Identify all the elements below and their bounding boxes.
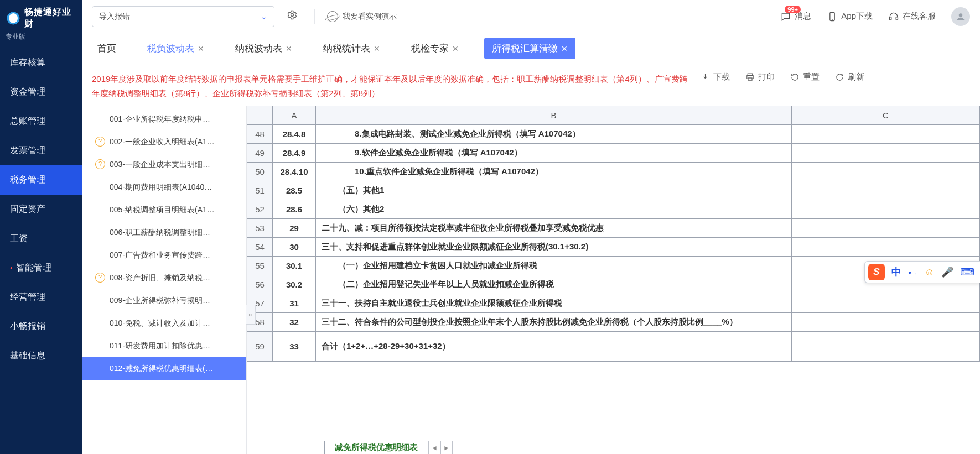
row-number[interactable]: 50 — [247, 163, 273, 181]
row-number[interactable]: 55 — [247, 257, 273, 275]
cell-A[interactable]: 30 — [273, 238, 316, 257]
form-list-item-4[interactable]: 005-纳税调整项目明细表(A1… — [82, 199, 246, 221]
cell-A[interactable]: 28.4.9 — [273, 144, 316, 163]
row-number[interactable]: 56 — [247, 275, 273, 294]
form-list-item-3[interactable]: 004-期间费用明细表(A1040… — [82, 176, 246, 199]
refresh-button[interactable]: 刷新 — [835, 72, 864, 82]
demo-link[interactable]: 我要看实例演示 — [327, 11, 397, 22]
sidebar-item-7[interactable]: 智能管理 — [0, 253, 82, 283]
form-list-item-9[interactable]: 010-免税、减计收入及加计… — [82, 312, 246, 335]
cell-B[interactable]: 二十九、减：项目所得额按法定税率减半征收企业所得税叠加享受减免税优惠 — [316, 219, 792, 238]
close-icon[interactable]: ✕ — [561, 44, 568, 53]
cell-B[interactable]: 合计（1+2+…+28-29+30+31+32） — [316, 332, 792, 362]
cell-A[interactable]: 31 — [273, 294, 316, 313]
cell-C[interactable] — [792, 238, 980, 257]
form-list-item-7[interactable]: 008-资产折旧、摊销及纳税… — [82, 267, 246, 289]
tab-4[interactable]: 税检专家✕ — [406, 39, 464, 58]
form-list-item-10[interactable]: 011-研发费用加计扣除优惠… — [82, 335, 246, 357]
row-number[interactable]: 59 — [247, 332, 273, 362]
sidebar-item-8[interactable]: 经营管理 — [0, 283, 82, 312]
cell-B[interactable]: （六）其他2 — [316, 200, 792, 219]
ime-punct-icon[interactable]: ● , — [908, 269, 918, 275]
cell-C[interactable] — [792, 125, 980, 144]
col-header-C[interactable]: C — [792, 106, 980, 125]
cell-A[interactable]: 28.6 — [273, 200, 316, 219]
cell-C[interactable] — [792, 181, 980, 200]
cell-A[interactable]: 29 — [273, 219, 316, 238]
ime-keyboard-icon[interactable]: ⌨ — [960, 266, 974, 278]
cell-A[interactable]: 32 — [273, 313, 316, 332]
cell-B[interactable]: 三十、支持和促进重点群体创业就业企业限额减征企业所得税(30.1+30.2) — [316, 238, 792, 257]
cell-A[interactable]: 28.4.8 — [273, 125, 316, 144]
col-header-B[interactable]: B — [316, 106, 792, 125]
row-number[interactable]: 53 — [247, 219, 273, 238]
sidebar-item-4[interactable]: 税务管理 — [0, 165, 82, 195]
cell-A[interactable]: 28.5 — [273, 181, 316, 200]
tab-1[interactable]: 税负波动表✕ — [142, 39, 210, 58]
cell-C[interactable] — [792, 313, 980, 332]
sidebar-item-5[interactable]: 固定资产 — [0, 195, 82, 224]
sheet-scroll-left[interactable]: ◄ — [428, 441, 440, 454]
sidebar-item-2[interactable]: 总账管理 — [0, 107, 82, 136]
form-list-item-11[interactable]: 012-减免所得税优惠明细表(… — [82, 357, 246, 380]
cell-B[interactable]: （一）企业招用建档立卡贫困人口就业扣减企业所得税 — [316, 257, 792, 275]
form-list-item-1[interactable]: 002-一般企业收入明细表(A1… — [82, 131, 246, 153]
sidebar-item-0[interactable]: 库存核算 — [0, 48, 82, 77]
cell-B[interactable]: 三十二、符合条件的公司型创投企业按照企业年末个人股东持股比例减免企业所得税（个人… — [316, 313, 792, 332]
sidebar-item-1[interactable]: 资金管理 — [0, 77, 82, 107]
tab-5[interactable]: 所得税汇算清缴✕ — [484, 38, 575, 59]
close-icon[interactable]: ✕ — [286, 44, 292, 53]
form-list-item-0[interactable]: 001-企业所得税年度纳税申… — [82, 108, 246, 131]
cell-B[interactable]: （五）其他1 — [316, 181, 792, 200]
sheet-scroll-right[interactable]: ► — [440, 441, 453, 454]
cell-A[interactable]: 30.2 — [273, 275, 316, 294]
row-number[interactable]: 48 — [247, 125, 273, 144]
cell-B[interactable]: 9.软件企业减免企业所得税（填写 A107042） — [316, 144, 792, 163]
cell-C[interactable] — [792, 332, 980, 362]
cell-C[interactable] — [792, 200, 980, 219]
cell-B[interactable]: （二）企业招用登记失业半年以上人员就业扣减企业所得税 — [316, 275, 792, 294]
cell-C[interactable] — [792, 144, 980, 163]
ime-mic-icon[interactable]: 🎤 — [941, 266, 953, 278]
ime-lang[interactable]: 中 — [891, 265, 901, 279]
form-list-item-6[interactable]: 007-广告费和业务宣传费跨… — [82, 244, 246, 267]
ime-toolbar[interactable]: S 中 ● , ☺ 🎤 ⌨ — [864, 261, 980, 283]
messages-button[interactable]: 99+ 消息 — [780, 11, 811, 22]
row-number[interactable]: 52 — [247, 200, 273, 219]
form-list-item-5[interactable]: 006-职工薪酬纳税调整明细… — [82, 221, 246, 244]
print-button[interactable]: 打印 — [745, 72, 775, 82]
collapse-handle[interactable]: « — [246, 305, 256, 325]
app-download-button[interactable]: App下载 — [827, 11, 873, 22]
tab-2[interactable]: 纳税波动表✕ — [230, 39, 298, 58]
cell-C[interactable] — [792, 294, 980, 313]
close-icon[interactable]: ✕ — [374, 44, 380, 53]
row-number[interactable]: 51 — [247, 181, 273, 200]
form-list-item-2[interactable]: 003-一般企业成本支出明细… — [82, 153, 246, 176]
cell-A[interactable]: 30.1 — [273, 257, 316, 275]
form-list-item-8[interactable]: 009-企业所得税弥补亏损明… — [82, 289, 246, 312]
cell-C[interactable] — [792, 219, 980, 238]
cell-B[interactable]: 10.重点软件企业减免企业所得税（填写 A107042） — [316, 163, 792, 181]
cell-A[interactable]: 33 — [273, 332, 316, 362]
cell-C[interactable] — [792, 163, 980, 181]
close-icon[interactable]: ✕ — [198, 44, 204, 53]
close-icon[interactable]: ✕ — [452, 44, 459, 53]
settings-button[interactable] — [282, 9, 302, 23]
download-button[interactable]: 下载 — [701, 72, 730, 82]
sheet-tab-active[interactable]: 减免所得税优惠明细表 — [324, 441, 428, 454]
ime-emoji-icon[interactable]: ☺ — [925, 267, 935, 278]
search-combo[interactable]: 导入报错 ⌄ — [92, 6, 274, 27]
row-number[interactable]: 54 — [247, 238, 273, 257]
tab-3[interactable]: 纳税统计表✕ — [318, 39, 386, 58]
cell-B[interactable]: 8.集成电路封装、测试企业减免企业所得税（填写 A107042） — [316, 125, 792, 144]
sidebar-item-10[interactable]: 基础信息 — [0, 341, 82, 370]
cell-B[interactable]: 三十一、扶持自主就业退役士兵创业就业企业限额减征企业所得税 — [316, 294, 792, 313]
row-number[interactable]: 49 — [247, 144, 273, 163]
cell-A[interactable]: 28.4.10 — [273, 163, 316, 181]
support-button[interactable]: 在线客服 — [888, 11, 936, 22]
tab-0[interactable]: 首页 — [92, 39, 122, 58]
sidebar-item-3[interactable]: 发票管理 — [0, 136, 82, 165]
col-header-A[interactable]: A — [273, 106, 316, 125]
reset-button[interactable]: 重置 — [790, 72, 820, 82]
sidebar-item-6[interactable]: 工资 — [0, 224, 82, 253]
